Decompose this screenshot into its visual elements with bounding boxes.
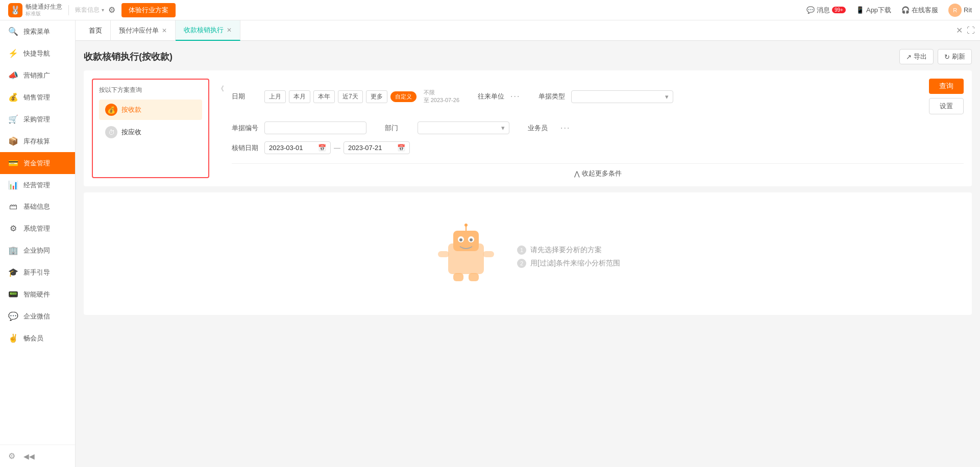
account-chevron-icon: ▾ <box>102 7 104 13</box>
page-actions: ↗ 导出 ↻ 刷新 <box>899 49 972 64</box>
empty-tip-2: 2 用[过滤]条件来缩小分析范围 <box>517 259 620 268</box>
refresh-icon: ↻ <box>944 53 950 61</box>
query-button[interactable]: 查询 <box>929 79 964 94</box>
sidebar-item-finance[interactable]: 💳 资金管理 <box>0 152 75 174</box>
inventory-icon: 📦 <box>8 136 18 146</box>
avatar: R <box>948 4 962 17</box>
main-layout: 🔍 搜索菜单 ⚡ 快捷导航 📣 营销推广 💰 销售管理 🛒 采购管理 📦 <box>0 20 980 467</box>
filter-option-by-receipt[interactable]: 💰 按收款 <box>99 100 202 120</box>
department-select[interactable]: ▾ <box>418 121 509 134</box>
marketing-icon: 📣 <box>8 70 18 80</box>
date-btn-last-month[interactable]: 上月 <box>264 90 286 103</box>
verify-date-end-input[interactable]: 2023-07-21 📅 <box>344 141 410 154</box>
tab-prepay-offset[interactable]: 预付冲应付单 ✕ <box>111 20 176 41</box>
filter-option-by-receivable[interactable]: ⏱ 按应收 <box>99 122 202 142</box>
start-calendar-icon: 📅 <box>318 144 326 152</box>
tab-home[interactable]: 首页 <box>81 20 111 41</box>
sidebar-item-enterprise[interactable]: 🏢 企业协同 <box>0 239 75 261</box>
sidebar-item-guide[interactable]: 🎓 新手引导 <box>0 261 75 283</box>
sidebar-item-hardware[interactable]: 📟 智能硬件 <box>0 283 75 305</box>
by-receipt-label: 按收款 <box>121 105 141 114</box>
app-download-button[interactable]: 📱 App下载 <box>856 6 891 15</box>
maximize-tab-icon[interactable]: ⛶ <box>967 26 975 35</box>
settings-button[interactable]: 设置 <box>929 98 964 114</box>
topbar-divider <box>68 5 69 15</box>
topbar: 🐰 畅捷通好生意 标准版 账套信息 ▾ ⚙ 体验行业方案 💬 消息 99+ 📱 … <box>0 0 980 20</box>
filter-collapse-button[interactable]: 《 <box>215 79 226 99</box>
svg-rect-9 <box>483 251 494 257</box>
tab-prepay-close-icon[interactable]: ✕ <box>162 27 167 34</box>
sidebar-item-basic-info[interactable]: 🗃 基础信息 <box>0 196 75 217</box>
by-receivable-icon: ⏱ <box>105 126 117 138</box>
sidebar-item-purchase[interactable]: 🛒 采购管理 <box>0 108 75 130</box>
svg-rect-10 <box>453 273 463 281</box>
dept-chevron-icon: ▾ <box>501 124 505 132</box>
collapse-sidebar-icon[interactable]: ◀◀ <box>23 452 35 460</box>
search-icon: 🔍 <box>8 27 18 36</box>
online-service-button[interactable]: 🎧 在线客服 <box>901 6 938 15</box>
doc-number-input[interactable] <box>264 121 366 134</box>
refresh-button[interactable]: ↻ 刷新 <box>938 49 972 64</box>
counterparty-selector[interactable]: ··· <box>510 92 520 101</box>
hardware-icon: 📟 <box>8 289 18 299</box>
date-btn-this-month[interactable]: 本月 <box>289 90 310 103</box>
query-settings-col: 查询 设置 <box>929 79 964 114</box>
system-icon: ⚙ <box>8 224 18 233</box>
salesperson-selector[interactable]: ··· <box>560 124 570 133</box>
verify-date-start-input[interactable]: 2023-03-01 📅 <box>264 141 331 154</box>
empty-robot-svg <box>435 223 497 284</box>
by-receivable-label: 按应收 <box>121 128 141 137</box>
member-icon: ✌ <box>8 333 18 343</box>
collapse-more-button[interactable]: ⋀ 收起更多条件 <box>232 163 964 178</box>
settings-bottom-icon[interactable]: ⚙ <box>8 451 15 461</box>
tab-receipt-offset[interactable]: 收款核销执行 ✕ <box>176 20 240 41</box>
export-button[interactable]: ↗ 导出 <box>899 49 934 64</box>
by-receipt-icon: 💰 <box>105 104 117 116</box>
sidebar-bottom: ⚙ ◀◀ <box>0 445 75 467</box>
filter-scheme-title: 按以下方案查询 <box>99 86 202 94</box>
sidebar-item-member[interactable]: ✌ 畅会员 <box>0 327 75 349</box>
settings-icon[interactable]: ⚙ <box>108 5 115 15</box>
account-selector[interactable]: 账套信息 ▾ <box>75 6 104 14</box>
tab-receipt-close-icon[interactable]: ✕ <box>227 27 232 34</box>
sidebar-item-system[interactable]: ⚙ 系统管理 <box>0 217 75 239</box>
empty-illustration <box>435 223 497 284</box>
date-separator: — <box>334 144 340 152</box>
sidebar-item-marketing[interactable]: 📣 营销推广 <box>0 64 75 86</box>
date-btn-custom[interactable]: 自定义 <box>390 91 416 102</box>
messages-button[interactable]: 💬 消息 99+ <box>806 6 846 15</box>
counterparty-field: 往来单位 ··· <box>478 92 520 101</box>
verify-date-field: 核销日期 2023-03-01 📅 — 2023-07-21 📅 <box>232 141 410 154</box>
doc-type-field: 单据类型 ▾ <box>538 90 673 103</box>
date-no-limit-text: 不限 <box>424 89 459 96</box>
date-btn-7days[interactable]: 近7天 <box>338 90 363 103</box>
filter-row-3: 核销日期 2023-03-01 📅 — 2023-07-21 📅 <box>232 141 964 154</box>
date-button-group: 上月 本月 本年 近7天 更多 自定义 <box>264 90 416 103</box>
date-btn-this-year[interactable]: 本年 <box>313 90 335 103</box>
date-btn-more[interactable]: 更多 <box>366 90 387 103</box>
sidebar-item-sales[interactable]: 💰 销售管理 <box>0 86 75 108</box>
department-label: 部门 <box>385 124 413 133</box>
collapse-more-icon: ⋀ <box>574 170 580 178</box>
sidebar-item-inventory[interactable]: 📦 库存核算 <box>0 130 75 152</box>
sidebar-item-quick-nav[interactable]: ⚡ 快捷导航 <box>0 42 75 64</box>
sidebar-item-wechat[interactable]: 💬 企业微信 <box>0 305 75 327</box>
sidebar-item-search-menu[interactable]: 🔍 搜索菜单 <box>0 20 75 42</box>
tab-bar: 首页 预付冲应付单 ✕ 收款核销执行 ✕ ✕ ⛶ <box>76 20 980 41</box>
solution-button[interactable]: 体验行业方案 <box>121 3 176 17</box>
doc-type-select[interactable]: ▾ <box>571 90 673 103</box>
close-tab-icon[interactable]: ✕ <box>956 26 963 35</box>
counterparty-label: 往来单位 <box>478 92 506 101</box>
user-profile[interactable]: R Rit <box>948 4 972 17</box>
filter-panel: 按以下方案查询 💰 按收款 ⏱ 按应收 《 <box>84 70 972 186</box>
svg-rect-11 <box>469 273 479 281</box>
filter-row-1: 日期 上月 本月 本年 近7天 更多 自定义 不限 至 <box>232 79 964 114</box>
basic-info-icon: 🗃 <box>8 202 18 211</box>
sidebar-item-business[interactable]: 📊 经营管理 <box>0 174 75 196</box>
empty-num-1: 1 <box>517 245 526 255</box>
svg-point-4 <box>459 238 462 241</box>
filter-row-2: 单据编号 部门 ▾ 业务员 ··· <box>232 121 964 134</box>
page-content: 收款核销执行(按收款) ↗ 导出 ↻ 刷新 按以下方案查询 <box>76 41 980 467</box>
empty-text: 1 请先选择要分析的方案 2 用[过滤]条件来缩小分析范围 <box>517 245 620 272</box>
doc-number-field: 单据编号 <box>232 121 366 134</box>
